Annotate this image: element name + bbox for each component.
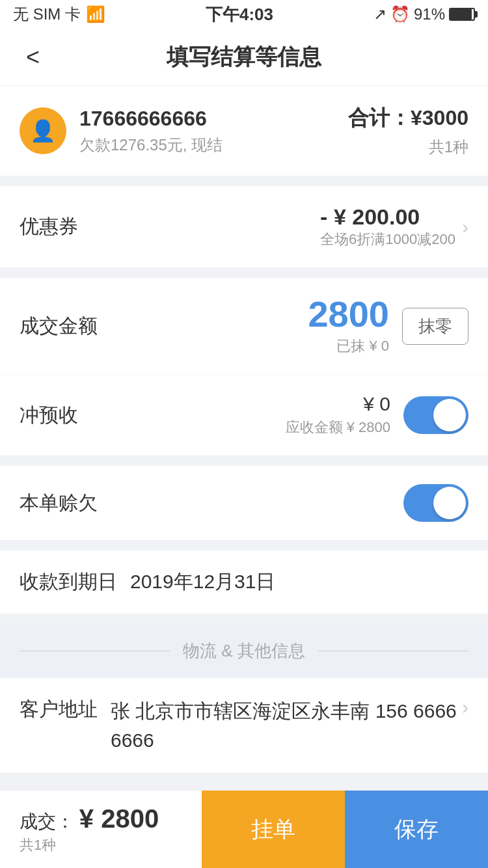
customer-sub: 欠款1276.35元, 现结	[79, 135, 348, 156]
total-label: 合计：	[348, 106, 411, 129]
total-amount: 合计：¥3000	[348, 104, 468, 133]
prepayment-right: ¥ 0 应收金额 ¥ 2800	[286, 393, 468, 437]
status-bar: 无 SIM 卡 📶 下午4:03 ↗ ⏰ 91%	[0, 0, 488, 29]
coupon-right: - ¥ 200.00 全场6折满1000减200 ›	[320, 204, 468, 249]
battery-text: 91%	[414, 5, 445, 23]
back-button[interactable]: <	[20, 37, 46, 77]
debt-label: 本单赊欠	[20, 490, 98, 517]
wifi-icon: 📶	[86, 5, 105, 23]
address-value: 张 北京市市辖区海淀区永丰南 156 6666 6666	[111, 696, 462, 755]
save-button[interactable]: 保存	[345, 791, 488, 869]
prepayment-info: ¥ 0 应收金额 ¥ 2800	[286, 393, 390, 437]
prepayment-toggle[interactable]	[403, 396, 468, 434]
customer-card: 👤 17666666666 欠款1276.35元, 现结 合计：¥3000 共1…	[0, 86, 488, 176]
total-count: 共1种	[348, 137, 468, 157]
amount-value: 2800	[308, 296, 389, 332]
amount-right: 2800 已抹 ¥ 0 抹零	[308, 296, 468, 356]
customer-phone: 17666666666	[79, 107, 348, 131]
avatar: 👤	[20, 107, 66, 154]
debt-row: 本单赊欠	[0, 466, 488, 540]
total-value: ¥3000	[411, 106, 468, 129]
debt-toggle[interactable]	[403, 484, 468, 522]
no-sim-text: 无 SIM 卡	[13, 4, 81, 25]
hang-button[interactable]: 挂单	[202, 791, 345, 869]
prepayment-row: 冲预收 ¥ 0 应收金额 ¥ 2800	[0, 374, 488, 455]
amount-label: 成交金额	[20, 313, 98, 340]
status-left: 无 SIM 卡 📶	[13, 4, 105, 25]
prepayment-sub: 应收金额 ¥ 2800	[286, 418, 390, 437]
chevron-right-icon: ›	[462, 216, 468, 238]
due-date-row: 收款到期日 2019年12月31日	[0, 550, 488, 614]
customer-info: 17666666666 欠款1276.35元, 现结	[79, 107, 348, 156]
transaction-amount-row: 成交金额 2800 已抹 ¥ 0 抹零	[0, 278, 488, 374]
prepayment-amount: ¥ 0	[286, 393, 390, 415]
prepayment-label: 冲预收	[20, 402, 78, 429]
bottom-label: 成交：	[20, 811, 74, 832]
location-icon: ↗	[373, 5, 386, 23]
bottom-count: 共1种	[20, 835, 182, 855]
battery-icon	[449, 8, 475, 21]
status-right: ↗ ⏰ 91%	[373, 5, 475, 23]
bottom-label-amount: 成交： ¥ 2800	[20, 804, 182, 834]
customer-total: 合计：¥3000 共1种	[348, 104, 468, 157]
bottom-amount: ¥ 2800	[79, 804, 159, 833]
page-title: 填写结算等信息	[167, 42, 321, 72]
coupon-label: 优惠券	[20, 213, 78, 240]
amount-value-wrap: 2800 已抹 ¥ 0	[308, 296, 389, 356]
coupon-info: - ¥ 200.00 全场6折满1000减200	[320, 204, 455, 249]
bottom-summary: 成交： ¥ 2800 共1种	[0, 804, 202, 855]
address-label: 客户地址	[20, 696, 98, 723]
due-date-value: 2019年12月31日	[130, 569, 275, 595]
amount-section: 成交金额 2800 已抹 ¥ 0 抹零 冲预收 ¥ 0 应收金额 ¥ 2800	[0, 278, 488, 455]
status-time: 下午4:03	[206, 3, 273, 26]
round-button[interactable]: 抹零	[402, 308, 468, 345]
coupon-row[interactable]: 优惠券 - ¥ 200.00 全场6折满1000减200 ›	[0, 186, 488, 267]
content: 👤 17666666666 欠款1276.35元, 现结 合计：¥3000 共1…	[0, 86, 488, 858]
logistics-line-left	[20, 651, 170, 651]
amount-sub: 已抹 ¥ 0	[308, 336, 389, 356]
header: < 填写结算等信息	[0, 29, 488, 86]
alarm-icon: ⏰	[390, 5, 410, 23]
due-date-label: 收款到期日	[20, 569, 117, 595]
logistics-text: 物流 & 其他信息	[183, 640, 305, 662]
coupon-desc: 全场6折满1000减200	[320, 230, 455, 249]
logistics-divider: 物流 & 其他信息	[0, 624, 488, 678]
coupon-discount: - ¥ 200.00	[320, 204, 455, 230]
logistics-line-right	[318, 651, 468, 651]
address-chevron-icon: ›	[462, 696, 468, 718]
bottom-bar: 成交： ¥ 2800 共1种 挂单 保存	[0, 790, 488, 868]
address-row[interactable]: 客户地址 张 北京市市辖区海淀区永丰南 156 6666 6666 ›	[0, 678, 488, 773]
